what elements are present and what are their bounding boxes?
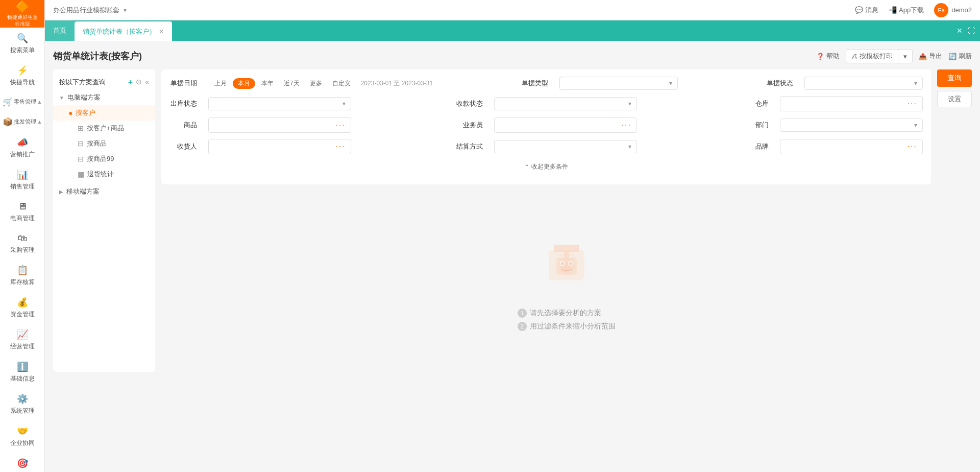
sidebar-item-guide[interactable]: 🎯 新手引导 xyxy=(0,453,45,472)
user-area[interactable]: Ea demo2 xyxy=(934,3,972,17)
empty-tip-2: 2 用过滤条件来缩小分析范围 xyxy=(518,322,616,331)
scheme-sidebar: 按以下方案查询 + ⊙ « ▼ 电脑端方案 ● 按客户 xyxy=(53,69,155,372)
order-type-select[interactable]: ▾ xyxy=(559,77,678,90)
sidebar-item-search[interactable]: 🔍 搜索菜单 xyxy=(0,28,45,60)
sidebar-item-inventory[interactable]: 📋 库存核算 xyxy=(0,259,45,292)
scheme-group-pc-title[interactable]: ▼ 电脑端方案 xyxy=(53,90,155,105)
sidebar-item-marketing[interactable]: 📣 营销推广 xyxy=(0,132,45,164)
tab-close-icon[interactable]: ✕ xyxy=(159,28,164,35)
date-tab-this-month[interactable]: 本月 xyxy=(233,78,255,89)
return-label: 退货统计 xyxy=(87,170,114,179)
scheme-collapse-icon[interactable]: « xyxy=(145,78,149,87)
avatar: Ea xyxy=(934,3,948,17)
tab-expand-icon[interactable]: ⛶ xyxy=(968,27,975,35)
scheme-add-icon[interactable]: + xyxy=(128,78,133,87)
sidebar-item-system[interactable]: ⚙️ 系统管理 xyxy=(0,388,45,420)
out-status-select[interactable]: ▾ xyxy=(208,97,351,110)
app-download-btn[interactable]: 📲 App下载 xyxy=(889,6,924,15)
print-dropdown-icon: ▾ xyxy=(903,53,907,60)
refresh-btn[interactable]: 🔄 刷新 xyxy=(948,52,972,61)
by-customer-goods-label: 按客户+商品 xyxy=(87,124,124,133)
tip-2-text: 用过滤条件来缩小分析范围 xyxy=(530,322,616,331)
filter-and-query: 单据日期 上月 本月 本年 近7天 更多 自定义 2023-03-01 至 20… xyxy=(161,69,972,184)
help-btn[interactable]: ❓ 帮助 xyxy=(816,52,840,61)
warehouse-select[interactable]: ··· xyxy=(780,96,923,111)
message-btn[interactable]: 💬 消息 xyxy=(855,6,878,15)
sidebar-label-sales: 销售管理 xyxy=(10,182,35,191)
print-btn[interactable]: 🖨 按模板打印 xyxy=(846,50,898,63)
brand-select[interactable]: ··· xyxy=(780,139,923,154)
by-customer-goods-icon: ⊞ xyxy=(78,124,84,132)
sidebar-label-search: 搜索菜单 xyxy=(10,46,35,55)
tip-1-text: 请先选择要分析的方案 xyxy=(530,309,601,318)
tab-bar: 首页 销货单统计表（按客户） ✕ ✕ ⛶ xyxy=(45,20,980,41)
scheme-item-by-goods99[interactable]: ⊟ 按商品99 xyxy=(53,151,155,167)
retail-arrow-icon: ▲ xyxy=(37,99,42,105)
print-btn-group: 🖨 按模板打印 ▾ xyxy=(846,49,913,63)
quick-nav-icon: ⚡ xyxy=(17,65,28,76)
out-status-arrow-icon: ▾ xyxy=(342,100,346,107)
scheme-item-return[interactable]: ▦ 退货统计 xyxy=(53,167,155,182)
scheme-item-by-customer-goods[interactable]: ⊞ 按客户+商品 xyxy=(53,121,155,136)
query-button[interactable]: 查询 xyxy=(937,69,972,87)
sidebar-item-basics[interactable]: ℹ️ 基础信息 xyxy=(0,356,45,388)
sidebar-item-operations[interactable]: 📈 经营管理 xyxy=(0,324,45,356)
main-area: 办公用品行业模拟账套 ▾ 💬 消息 📲 App下载 Ea demo2 首页 xyxy=(45,0,980,472)
brand-dots-icon: ··· xyxy=(908,142,917,151)
sidebar-item-quick-nav[interactable]: ⚡ 快捷导航 xyxy=(0,60,45,92)
sidebar-item-ecommerce[interactable]: 🖥 电商管理 xyxy=(0,196,45,228)
filter-result-area: 单据日期 上月 本月 本年 近7天 更多 自定义 2023-03-01 至 20… xyxy=(161,69,972,372)
date-tab-custom[interactable]: 自定义 xyxy=(328,78,355,89)
return-icon: ▦ xyxy=(78,170,84,178)
scheme-group-mobile-title[interactable]: ▶ 移动端方案 xyxy=(53,184,155,199)
sales-icon: 📊 xyxy=(17,169,28,180)
receipt-status-select[interactable]: ▾ xyxy=(494,97,637,110)
order-status-select[interactable]: ▾ xyxy=(804,77,923,90)
settings-button[interactable]: 设置 xyxy=(937,91,972,107)
collapse-row: ⌃ 收起更多条件 xyxy=(169,156,923,177)
export-btn[interactable]: 📤 导出 xyxy=(919,52,942,61)
ecommerce-icon: 🖥 xyxy=(18,201,27,212)
tab-home[interactable]: 首页 xyxy=(45,20,75,41)
scheme-item-by-goods[interactable]: ⊟ 按商品 xyxy=(53,136,155,151)
sidebar-item-sales[interactable]: 📊 销售管理 xyxy=(0,164,45,196)
department-select[interactable]: ▾ xyxy=(780,119,923,132)
print-dropdown-btn[interactable]: ▾ xyxy=(898,51,912,62)
department-label: 部门 xyxy=(741,121,772,130)
sidebar-item-finance[interactable]: 💰 资金管理 xyxy=(0,292,45,324)
sidebar-item-collab[interactable]: 🤝 企业协同 xyxy=(0,420,45,453)
tab-sales-report[interactable]: 销货单统计表（按客户） ✕ xyxy=(75,21,172,42)
scheme-edit-icon[interactable]: ⊙ xyxy=(136,78,142,87)
sidebar-item-purchase[interactable]: 🛍 采购管理 xyxy=(0,228,45,259)
order-status-arrow-icon: ▾ xyxy=(914,80,917,87)
sidebar-item-wholesale[interactable]: 📦 批发管理 ▲ xyxy=(0,112,45,132)
sidebar-logo[interactable]: 🔶 畅捷通好生意 标准版 xyxy=(0,0,45,28)
app-download-label: App下载 xyxy=(899,6,924,15)
date-tab-last-month[interactable]: 上月 xyxy=(210,78,231,89)
operations-icon: 📈 xyxy=(17,329,28,340)
payment-method-select[interactable]: ▾ xyxy=(494,140,637,153)
account-title: 办公用品行业模拟账套 xyxy=(53,6,119,15)
salesperson-select[interactable]: ··· xyxy=(494,117,637,133)
sidebar-item-retail[interactable]: 🛒 零售管理 ▲ xyxy=(0,92,45,112)
inventory-icon: 📋 xyxy=(17,265,28,276)
tab-close-window-icon[interactable]: ✕ xyxy=(957,27,963,35)
date-tab-this-year[interactable]: 本年 xyxy=(257,78,278,89)
tab-bar-end: ✕ ⛶ xyxy=(957,27,980,35)
export-icon: 📤 xyxy=(919,53,927,60)
wholesale-icon: 📦 xyxy=(3,117,13,127)
tip-1-num: 1 xyxy=(518,309,527,318)
account-dropdown-icon[interactable]: ▾ xyxy=(124,7,127,14)
receiver-select[interactable]: ··· xyxy=(208,139,351,154)
salesperson-dots-icon: ··· xyxy=(622,121,631,130)
refresh-label: 刷新 xyxy=(959,52,972,61)
date-tab-more[interactable]: 更多 xyxy=(306,78,326,89)
date-range: 2023-03-01 至 2023-03-31 xyxy=(361,79,433,88)
date-tab-7days[interactable]: 近7天 xyxy=(280,78,304,89)
scheme-group-pc: ▼ 电脑端方案 ● 按客户 ⊞ 按客户+商品 ⊟ 按商品 xyxy=(53,90,155,182)
out-status-label: 出库状态 xyxy=(169,99,200,108)
logo-sub: 标准版 xyxy=(15,20,30,28)
goods-select[interactable]: ··· xyxy=(208,117,351,133)
scheme-item-by-customer[interactable]: ● 按客户 xyxy=(53,105,155,121)
collapse-btn[interactable]: ⌃ 收起更多条件 xyxy=(518,160,574,173)
